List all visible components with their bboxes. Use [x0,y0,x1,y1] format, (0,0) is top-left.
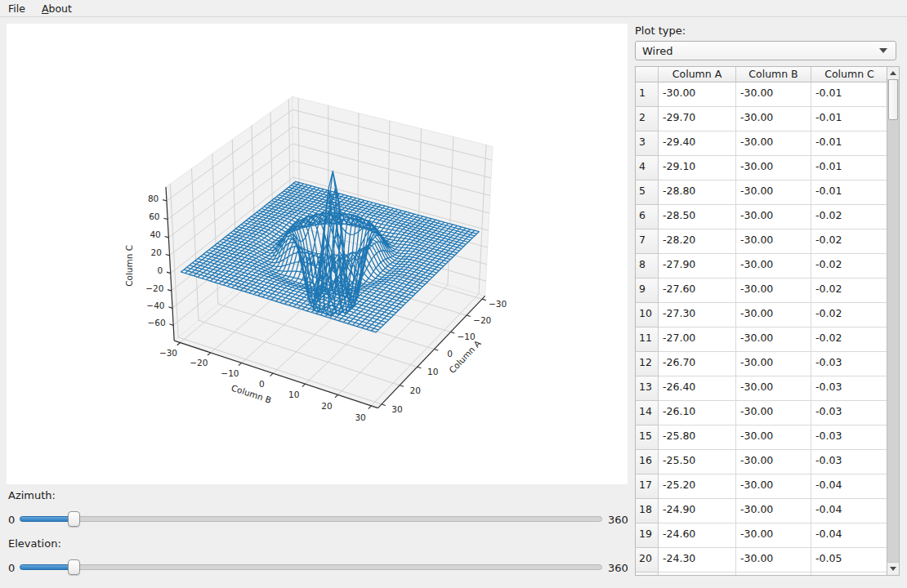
cell-column-c[interactable]: -0.01 [811,156,888,180]
cell-column-a[interactable]: -30.00 [659,82,736,107]
column-b-header[interactable]: Column B [736,67,811,82]
cell-column-a[interactable]: -29.40 [659,131,736,156]
cell-column-a[interactable]: -29.10 [659,156,736,180]
cell-column-b[interactable]: -30.00 [736,548,811,572]
column-a-header[interactable]: Column A [659,67,736,82]
cell-column-c[interactable]: -0.02 [811,278,888,303]
row-number-cell[interactable]: 12 [636,352,659,376]
row-number-cell[interactable]: 14 [636,401,659,425]
azimuth-max-label: 360 [608,514,628,526]
cell-column-b[interactable]: -30.00 [736,205,811,229]
row-number-cell[interactable]: 15 [636,425,659,450]
cell-column-b[interactable] [736,572,811,576]
cell-column-a[interactable]: -27.60 [659,278,736,303]
cell-column-b[interactable]: -30.00 [736,450,811,474]
cell-column-c[interactable]: -0.01 [811,107,888,131]
cell-column-b[interactable]: -30.00 [736,401,811,425]
cell-column-b[interactable]: -30.00 [736,352,811,376]
cell-column-a[interactable]: -25.80 [659,425,736,450]
row-number-cell[interactable]: 10 [636,303,659,327]
cell-column-a[interactable] [659,572,736,576]
scroll-up-button[interactable] [887,67,899,80]
cell-column-c[interactable]: -0.02 [811,254,888,278]
table-corner-cell[interactable] [636,67,659,82]
cell-column-a[interactable]: -26.10 [659,401,736,425]
cell-column-c[interactable]: -0.01 [811,131,888,156]
plot-type-select[interactable]: Wired [635,41,896,60]
column-c-header[interactable]: Column C [811,67,888,82]
scrollbar-thumb[interactable] [888,79,898,120]
cell-column-b[interactable]: -30.00 [736,499,811,523]
cell-column-b[interactable]: -30.00 [736,327,811,352]
cell-column-c[interactable]: -0.05 [811,548,888,572]
cell-column-c[interactable]: -0.02 [811,205,888,229]
cell-column-a[interactable]: -28.20 [659,229,736,254]
cell-column-a[interactable]: -28.50 [659,205,736,229]
cell-column-b[interactable]: -30.00 [736,107,811,131]
menu-about[interactable]: About [34,1,80,16]
row-number-cell[interactable]: 20 [636,548,659,572]
cell-column-c[interactable]: -0.03 [811,425,888,450]
azimuth-slider-handle[interactable] [68,511,80,527]
cell-column-a[interactable]: -26.40 [659,376,736,401]
row-number-cell[interactable]: 1 [636,82,659,107]
cell-column-a[interactable]: -25.20 [659,474,736,499]
cell-column-c[interactable]: -0.02 [811,229,888,254]
cell-column-c[interactable]: -0.02 [811,303,888,327]
row-number-cell[interactable]: 5 [636,180,659,205]
cell-column-a[interactable]: -26.70 [659,352,736,376]
cell-column-c[interactable]: -0.03 [811,450,888,474]
cell-column-b[interactable]: -30.00 [736,278,811,303]
cell-column-c[interactable]: -0.03 [811,376,888,401]
row-number-cell[interactable]: 11 [636,327,659,352]
row-number-cell[interactable]: 16 [636,450,659,474]
cell-column-a[interactable]: -29.70 [659,107,736,131]
cell-column-c[interactable]: -0.02 [811,327,888,352]
cell-column-a[interactable]: -27.90 [659,254,736,278]
row-number-cell[interactable]: 9 [636,278,659,303]
cell-column-c[interactable]: -0.03 [811,401,888,425]
scroll-down-button[interactable] [887,562,899,575]
cell-column-b[interactable]: -30.00 [736,229,811,254]
row-number-cell[interactable]: 18 [636,499,659,523]
cell-column-a[interactable]: -25.50 [659,450,736,474]
cell-column-b[interactable]: -30.00 [736,156,811,180]
cell-column-b[interactable]: -30.00 [736,82,811,107]
cell-column-b[interactable]: -30.00 [736,523,811,548]
elevation-slider[interactable] [20,564,602,570]
menu-file[interactable]: File [0,1,34,16]
cell-column-a[interactable]: -24.90 [659,499,736,523]
azimuth-slider[interactable] [20,516,602,522]
cell-column-c[interactable]: -0.01 [811,180,888,205]
cell-column-a[interactable]: -24.30 [659,548,736,572]
cell-column-b[interactable]: -30.00 [736,254,811,278]
row-number-cell[interactable]: 17 [636,474,659,499]
cell-column-a[interactable]: -27.30 [659,303,736,327]
cell-column-c[interactable] [811,572,888,576]
row-number-cell[interactable]: 13 [636,376,659,401]
cell-column-c[interactable]: -0.04 [811,474,888,499]
row-number-cell[interactable] [636,572,659,576]
cell-column-a[interactable]: -27.00 [659,327,736,352]
cell-column-a[interactable]: -24.60 [659,523,736,548]
row-number-cell[interactable]: 7 [636,229,659,254]
cell-column-b[interactable]: -30.00 [736,131,811,156]
cell-column-c[interactable]: -0.03 [811,352,888,376]
cell-column-b[interactable]: -30.00 [736,303,811,327]
row-number-cell[interactable]: 8 [636,254,659,278]
cell-column-b[interactable]: -30.00 [736,376,811,401]
elevation-slider-handle[interactable] [68,559,80,575]
cell-column-a[interactable]: -28.80 [659,180,736,205]
row-number-cell[interactable]: 2 [636,107,659,131]
row-number-cell[interactable]: 19 [636,523,659,548]
row-number-cell[interactable]: 3 [636,131,659,156]
cell-column-c[interactable]: -0.04 [811,523,888,548]
cell-column-c[interactable]: -0.04 [811,499,888,523]
table-scrollbar[interactable] [887,67,899,575]
cell-column-b[interactable]: -30.00 [736,425,811,450]
row-number-cell[interactable]: 6 [636,205,659,229]
cell-column-b[interactable]: -30.00 [736,180,811,205]
cell-column-c[interactable]: -0.01 [811,82,888,107]
row-number-cell[interactable]: 4 [636,156,659,180]
cell-column-b[interactable]: -30.00 [736,474,811,499]
